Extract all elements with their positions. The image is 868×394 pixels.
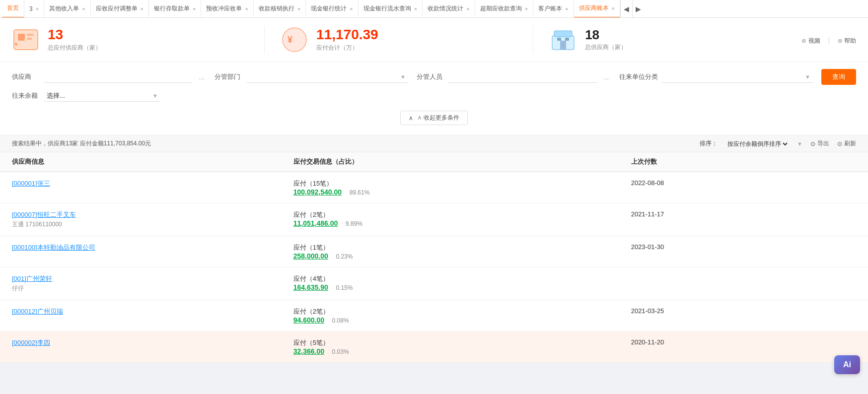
svg-rect-9 [557,38,561,41]
table-row[interactable]: [000007]恒旺二手叉车 王通 17106110000 应付（2笔） 11,… [0,203,868,236]
sort-select[interactable]: 按应付余额倒序排序 [725,140,789,148]
svg-rect-2 [27,34,34,36]
supplier-link[interactable]: [000007]恒旺二手叉车 [12,210,293,219]
nav-tab-bank-deposit[interactable]: 银行存取款单 × [149,0,201,18]
summary-number-suppliers-payable: 13 [48,28,101,42]
col-header-lastpay: 上次付数 [631,157,856,166]
close-icon[interactable]: × [612,5,615,11]
category-filter-select[interactable] [662,71,814,83]
supplier-info: [000007]恒旺二手叉车 王通 17106110000 [12,210,293,229]
nav-tab-other-income[interactable]: 其他收入单 × [44,0,90,18]
supplier-link[interactable]: [000100]本特勤油品有限公司 [12,243,293,252]
transaction-amount[interactable]: 100,092,540.00 [293,188,342,196]
transaction-type: 应付（2笔） [293,307,631,316]
nav-tab-prepay-collect-label: 预收冲应收单 [206,4,242,13]
sort-label: 排序： [700,139,718,148]
supplier-info: [000001]张三 [12,179,293,188]
table-header: 供应商信息 应付交易信息（占比） 上次付数 [0,152,868,172]
nav-tab-home-label: 首页 [7,4,19,12]
transaction-info: 应付（5笔） 32,366.00 0.03% [293,338,631,355]
close-icon[interactable]: × [193,6,196,12]
collapse-button[interactable]: ∧ ∧ 收起更多条件 [400,111,468,125]
supplier-dots-icon[interactable]: ... [197,73,207,81]
supplier-link[interactable]: [000002]李四 [12,338,293,347]
table-row[interactable]: [000001]张三 应付（15笔） 100,092,540.00 89.61%… [0,172,868,203]
transaction-info: 应付（15笔） 100,092,540.00 89.61% [293,179,631,196]
refresh-button[interactable]: ⊙ 刷新 [837,139,856,148]
table-row[interactable]: [000100]本特勤油品有限公司 应付（1笔） 258,000.00 0.23… [0,236,868,267]
transaction-amount[interactable]: 32,366.00 [293,347,324,355]
close-icon[interactable]: × [245,6,248,12]
summary-item-total-payable: ¥ 11,170.39 应付合计（万） [265,26,533,54]
summary-number-total-suppliers: 18 [585,28,627,41]
person-filter-label: 分管人员 [417,72,444,81]
nav-tab-home[interactable]: 首页 [2,0,24,18]
category-filter-label: 往来单位分类 [619,72,658,81]
svg-rect-1 [18,34,25,41]
transaction-pct: 0.23% [336,253,353,260]
table-row[interactable]: [000002]李四 应付（5笔） 32,366.00 0.03% 2020-1… [0,331,868,363]
dept-filter-select[interactable] [246,71,409,83]
video-link[interactable]: ⊙ 视频 [801,37,820,45]
supplier-link[interactable]: [000012]广州贝瑞 [12,307,293,316]
close-icon[interactable]: × [414,6,417,12]
top-navigation: 首页 3 × 其他收入单 × 应收应付调整单 × 银行存取款单 × 预收冲应收单… [0,0,868,18]
summary-bar: ¥ 13 总应付供应商（家） ¥ 11,170.39 应付合计（万） [0,18,868,62]
person-dots-icon[interactable]: ... [601,73,611,81]
nav-tab-receipt-stat[interactable]: 收款情况统计 × [423,0,475,18]
close-icon[interactable]: × [466,6,469,12]
svg-rect-10 [565,38,569,41]
nav-tab-supplier-account[interactable]: 供应商账本 × [574,0,620,18]
svg-rect-0 [14,30,38,50]
transaction-amount[interactable]: 94,600.00 [293,316,324,324]
summary-item-suppliers-payable: ¥ 13 总应付供应商（家） [12,26,265,54]
supplier-link[interactable]: [001]广州荣轩 [12,274,293,283]
collapse-icon: ∧ [409,115,413,122]
close-icon[interactable]: × [565,6,568,12]
category-select-wrap: ▼ [662,71,814,83]
total-suppliers-icon [549,26,577,54]
transaction-pct: 0.15% [336,284,353,291]
table-row[interactable]: [000012]广州贝瑞 应付（2笔） 94,600.00 0.08% 2021… [0,300,868,331]
close-icon[interactable]: × [350,6,353,12]
summary-text-total-suppliers: 18 总供应商（家） [585,28,627,52]
close-icon[interactable]: × [525,6,528,12]
close-icon[interactable]: × [82,6,85,12]
nav-tab-cash-bank-flow[interactable]: 现金银行流水查询 × [359,0,423,18]
nav-tab-ap-adjust[interactable]: 应收应付调整单 × [91,0,149,18]
nav-tab-other-income-label: 其他收入单 [49,4,79,13]
nav-tab-cash-bank-stat[interactable]: 现金银行统计 × [306,0,358,18]
table-row[interactable]: [001]广州荣轩 仔仔 应付（4笔） 164,635.90 0.15% [0,267,868,300]
transaction-amount[interactable]: 164,635.90 [293,283,328,291]
transaction-pct: 89.61% [350,189,370,196]
nav-tab-overdue-query[interactable]: 超期应收款查询 × [475,0,533,18]
nav-tab-prepay-collect[interactable]: 预收冲应收单 × [201,0,253,18]
transaction-type: 应付（15笔） [293,179,631,188]
filter-row-1: 供应商 ... 分管部门 ▼ 分管人员 ... 往来单位分类 [12,69,856,85]
transaction-amount[interactable]: 258,000.00 [293,252,328,260]
search-button[interactable]: 查询 [821,69,856,85]
supplier-link[interactable]: [000001]张三 [12,179,293,188]
summary-text-total-payable: 11,170.39 应付合计（万） [316,28,378,52]
balance-filter-select[interactable]: 选择... [44,90,161,102]
help-link[interactable]: ⊙ 帮助 [838,37,856,45]
summary-label-total-payable: 应付合计（万） [316,44,378,52]
supplier-info: [000100]本特勤油品有限公司 [12,243,293,252]
close-icon[interactable]: × [141,6,144,12]
close-icon[interactable]: × [36,6,39,12]
transaction-amount[interactable]: 11,051,486.00 [293,219,338,227]
nav-tab-customer-account[interactable]: 客户账本 × [533,0,574,18]
nav-next-button[interactable]: ▶ [632,0,644,18]
dept-select-wrap: ▼ [246,71,409,83]
export-button[interactable]: ⊙ 导出 [810,139,829,148]
nav-tab-receipt-exec[interactable]: 收款核销执行 × [254,0,306,18]
supplier-filter-input[interactable] [44,71,193,83]
divider: | [828,37,830,44]
close-icon[interactable]: × [297,6,300,12]
summary-item-total-suppliers: 18 总供应商（家） [533,26,801,54]
nav-prev-button[interactable]: ◀ [620,0,632,18]
ai-button[interactable]: Ai [834,355,860,363]
person-filter-input[interactable] [448,71,597,83]
nav-tab-t3[interactable]: 3 × [24,0,44,18]
lastpay-date: 2023-01-30 [631,243,856,251]
